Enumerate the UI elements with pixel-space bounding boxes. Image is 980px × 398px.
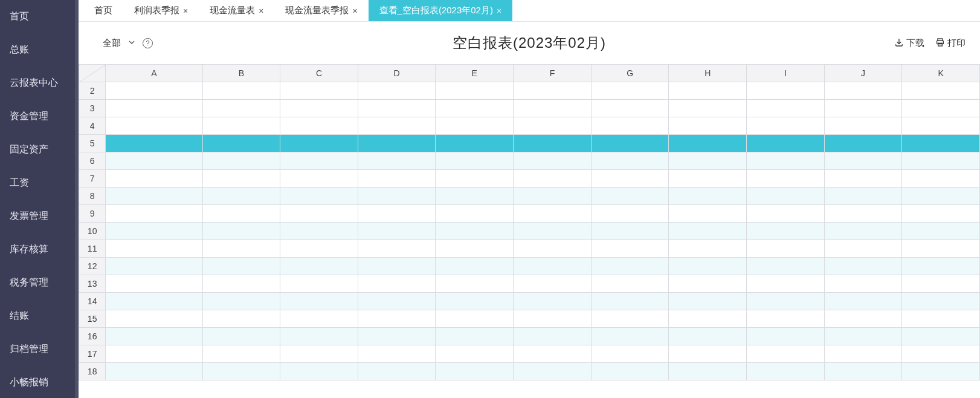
sidebar-item-9[interactable]: 结账 [0, 299, 79, 333]
cell-A12[interactable] [106, 258, 202, 275]
cell-G10[interactable] [591, 223, 669, 240]
sidebar-item-1[interactable]: 总账 [0, 33, 79, 67]
cell-K15[interactable] [902, 310, 980, 328]
cell-H12[interactable] [669, 258, 747, 275]
download-button[interactable]: 下载 [894, 38, 924, 49]
col-header-E[interactable]: E [436, 65, 514, 82]
cell-I3[interactable] [747, 100, 825, 117]
col-header-G[interactable]: G [591, 65, 669, 82]
row-header-8[interactable]: 8 [79, 188, 106, 205]
cell-A15[interactable] [106, 310, 202, 328]
row-header-9[interactable]: 9 [79, 205, 106, 223]
cell-A5[interactable] [106, 135, 202, 152]
cell-D11[interactable] [358, 240, 436, 258]
sidebar-item-10[interactable]: 归档管理 [0, 333, 79, 366]
sidebar-item-4[interactable]: 固定资产 [0, 133, 79, 166]
cell-J2[interactable] [824, 82, 902, 100]
cell-E7[interactable] [436, 170, 514, 188]
cell-B10[interactable] [202, 223, 280, 240]
cell-C11[interactable] [280, 240, 358, 258]
cell-B12[interactable] [202, 258, 280, 275]
cell-B16[interactable] [202, 328, 280, 345]
filter-dropdown[interactable]: 全部 ? [103, 38, 153, 49]
cell-K9[interactable] [902, 205, 980, 223]
cell-G3[interactable] [591, 100, 669, 117]
cell-C13[interactable] [280, 275, 358, 293]
cell-H7[interactable] [669, 170, 747, 188]
cell-K17[interactable] [902, 345, 980, 363]
cell-D13[interactable] [358, 275, 436, 293]
cell-D15[interactable] [358, 310, 436, 328]
cell-B2[interactable] [202, 82, 280, 100]
cell-E11[interactable] [436, 240, 514, 258]
col-header-D[interactable]: D [358, 65, 436, 82]
cell-C3[interactable] [280, 100, 358, 117]
cell-A16[interactable] [106, 328, 202, 345]
cell-H14[interactable] [669, 293, 747, 310]
cell-I14[interactable] [747, 293, 825, 310]
col-header-F[interactable]: F [514, 65, 592, 82]
cell-C5[interactable] [280, 135, 358, 152]
cell-A7[interactable] [106, 170, 202, 188]
row-header-15[interactable]: 15 [79, 310, 106, 328]
row-header-12[interactable]: 12 [79, 258, 106, 275]
cell-A8[interactable] [106, 188, 202, 205]
cell-K6[interactable] [902, 152, 980, 170]
cell-G15[interactable] [591, 310, 669, 328]
cell-H6[interactable] [669, 152, 747, 170]
cell-K10[interactable] [902, 223, 980, 240]
cell-J9[interactable] [824, 205, 902, 223]
cell-D8[interactable] [358, 188, 436, 205]
cell-I9[interactable] [747, 205, 825, 223]
close-icon[interactable]: × [352, 6, 357, 16]
row-header-11[interactable]: 11 [79, 240, 106, 258]
cell-E4[interactable] [436, 117, 514, 135]
cell-K2[interactable] [902, 82, 980, 100]
cell-C6[interactable] [280, 152, 358, 170]
cell-F17[interactable] [514, 345, 592, 363]
cell-C7[interactable] [280, 170, 358, 188]
cell-E18[interactable] [436, 363, 514, 380]
cell-D4[interactable] [358, 117, 436, 135]
cell-A3[interactable] [106, 100, 202, 117]
cell-B15[interactable] [202, 310, 280, 328]
cell-H10[interactable] [669, 223, 747, 240]
cell-H16[interactable] [669, 328, 747, 345]
cell-I4[interactable] [747, 117, 825, 135]
print-button[interactable]: 打印 [935, 38, 965, 49]
row-header-5[interactable]: 5 [79, 135, 106, 152]
col-header-J[interactable]: J [824, 65, 902, 82]
row-header-7[interactable]: 7 [79, 170, 106, 188]
cell-G14[interactable] [591, 293, 669, 310]
cell-H18[interactable] [669, 363, 747, 380]
cell-K5[interactable] [902, 135, 980, 152]
cell-A2[interactable] [106, 82, 202, 100]
cell-G17[interactable] [591, 345, 669, 363]
cell-G12[interactable] [591, 258, 669, 275]
cell-B5[interactable] [202, 135, 280, 152]
cell-J14[interactable] [824, 293, 902, 310]
cell-E6[interactable] [436, 152, 514, 170]
cell-A18[interactable] [106, 363, 202, 380]
tab-0[interactable]: 首页 [83, 0, 123, 21]
cell-B18[interactable] [202, 363, 280, 380]
cell-I12[interactable] [747, 258, 825, 275]
cell-K18[interactable] [902, 363, 980, 380]
cell-G7[interactable] [591, 170, 669, 188]
cell-D14[interactable] [358, 293, 436, 310]
cell-J17[interactable] [824, 345, 902, 363]
cell-B8[interactable] [202, 188, 280, 205]
cell-E13[interactable] [436, 275, 514, 293]
cell-A13[interactable] [106, 275, 202, 293]
cell-F10[interactable] [514, 223, 592, 240]
close-icon[interactable]: × [183, 6, 188, 16]
cell-I5[interactable] [747, 135, 825, 152]
col-header-K[interactable]: K [902, 65, 980, 82]
cell-G13[interactable] [591, 275, 669, 293]
cell-F5[interactable] [514, 135, 592, 152]
cell-D9[interactable] [358, 205, 436, 223]
cell-I17[interactable] [747, 345, 825, 363]
cell-K13[interactable] [902, 275, 980, 293]
cell-C16[interactable] [280, 328, 358, 345]
cell-C9[interactable] [280, 205, 358, 223]
